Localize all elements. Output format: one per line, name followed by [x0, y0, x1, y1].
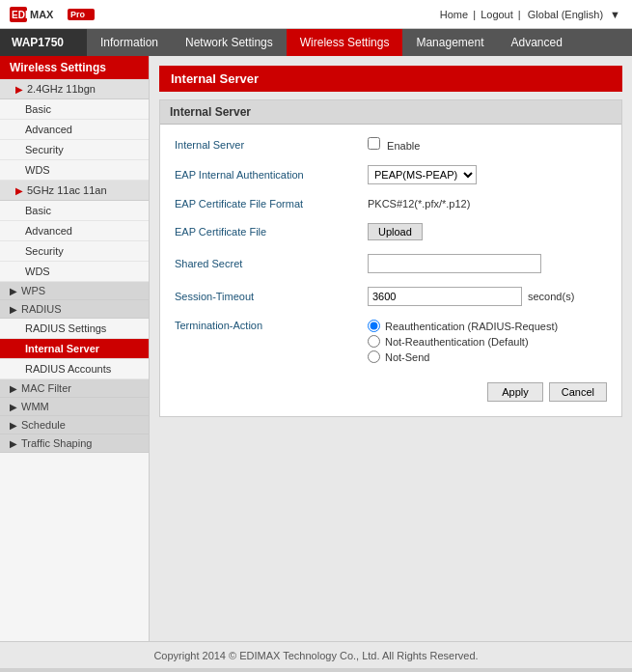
session-timeout-label: Session-Timeout	[175, 291, 368, 302]
radius-label: RADIUS	[21, 303, 62, 315]
nav-information[interactable]: Information	[87, 29, 172, 56]
nav-network-settings[interactable]: Network Settings	[172, 29, 287, 56]
logo-svg: EDI MAX Pro	[10, 4, 96, 25]
eap-cert-file-label: EAP Certificate File	[175, 226, 368, 238]
sidebar-section-wps[interactable]: ▶ WPS	[0, 282, 149, 300]
top-links: Home | Logout | Global (English) ▼	[440, 9, 622, 20]
termination-value: Reauthentication (RADIUS-Request) Not-Re…	[368, 320, 607, 363]
termination-label-3: Not-Send	[385, 351, 429, 363]
sidebar-section-traffic-shaping[interactable]: ▶ Traffic Shaping	[0, 434, 149, 453]
sidebar-title: Wireless Settings	[0, 56, 149, 79]
termination-radio-group: Reauthentication (RADIUS-Request) Not-Re…	[368, 320, 607, 363]
enable-checkbox[interactable]	[368, 137, 380, 150]
eap-cert-file-value: Upload	[368, 223, 607, 240]
internal-server-label: Internal Server	[175, 139, 368, 151]
eap-cert-format-label: EAP Certificate File Format	[175, 198, 368, 210]
upload-button[interactable]: Upload	[368, 223, 423, 240]
session-timeout-unit: second(s)	[528, 291, 574, 302]
wmm-label: WMM	[21, 401, 49, 412]
arrow-icon-wps: ▶	[10, 286, 17, 296]
sep2: |	[518, 9, 521, 20]
arrow-icon-radius: ▶	[10, 304, 17, 315]
shared-secret-value	[368, 254, 607, 273]
top-bar: EDI MAX Pro Home | Logout | Global (Engl…	[0, 0, 632, 29]
footer: Copyright 2014 © EDIMAX Technology Co., …	[0, 641, 632, 668]
sidebar-item-radius-settings[interactable]: RADIUS Settings	[0, 319, 149, 339]
schedule-label: Schedule	[21, 419, 66, 431]
eap-internal-value: PEAP(MS-PEAP)	[368, 165, 607, 184]
sidebar-item-24-basic[interactable]: Basic	[0, 99, 149, 120]
termination-label: Termination-Action	[175, 320, 368, 331]
cancel-button[interactable]: Cancel	[549, 382, 607, 402]
main-layout: Wireless Settings ▶ 2.4GHz 11bgn Basic A…	[0, 56, 632, 641]
enable-text: Enable	[387, 140, 420, 152]
sidebar-item-radius-accounts[interactable]: RADIUS Accounts	[0, 359, 149, 379]
internal-server-panel: Internal Server Internal Server Enable E…	[159, 99, 622, 417]
nav-bar: WAP1750 Information Network Settings Wir…	[0, 29, 632, 56]
svg-text:Pro: Pro	[70, 10, 86, 19]
sidebar-item-5-advanced[interactable]: Advanced	[0, 221, 149, 241]
group-label-5ghz: 5GHz 11ac 11an	[27, 184, 107, 196]
button-row: Apply Cancel	[175, 378, 607, 406]
sep1: |	[473, 9, 476, 20]
footer-text: Copyright 2014 © EDIMAX Technology Co., …	[153, 650, 478, 661]
sidebar-item-24-security[interactable]: Security	[0, 140, 149, 160]
form-row-eap-cert-format: EAP Certificate File Format PKCS#12(*.pf…	[175, 195, 607, 212]
logo: EDI MAX Pro	[10, 4, 96, 25]
sidebar-item-internal-server[interactable]: Internal Server	[0, 339, 149, 359]
sidebar-item-5-basic[interactable]: Basic	[0, 201, 149, 221]
sidebar-item-24-advanced[interactable]: Advanced	[0, 120, 149, 140]
device-name: WAP1750	[0, 29, 87, 56]
shared-secret-input[interactable]	[368, 254, 541, 273]
lang-arrow: ▼	[610, 9, 620, 20]
eap-cert-format-value: PKCS#12(*.pfx/*.p12)	[368, 198, 607, 210]
form-row-internal-server: Internal Server Enable	[175, 134, 607, 154]
sidebar: Wireless Settings ▶ 2.4GHz 11bgn Basic A…	[0, 56, 150, 641]
sidebar-section-schedule[interactable]: ▶ Schedule	[0, 416, 149, 434]
home-link[interactable]: Home	[440, 9, 468, 20]
nav-wireless-settings[interactable]: Wireless Settings	[287, 29, 403, 56]
group-label-24ghz: 2.4GHz 11bgn	[27, 83, 96, 95]
apply-button[interactable]: Apply	[487, 382, 543, 402]
internal-server-value: Enable	[368, 137, 607, 152]
page-title: Internal Server	[159, 66, 622, 92]
sidebar-group-header-24ghz[interactable]: ▶ 2.4GHz 11bgn	[0, 79, 149, 99]
sidebar-item-5-security[interactable]: Security	[0, 241, 149, 262]
termination-radio-3[interactable]	[368, 350, 380, 363]
termination-option-1: Reauthentication (RADIUS-Request)	[368, 320, 607, 332]
termination-option-2: Not-Reauthentication (Default)	[368, 335, 607, 348]
sidebar-section-wmm[interactable]: ▶ WMM	[0, 398, 149, 416]
panel-header: Internal Server	[160, 100, 621, 125]
arrow-icon: ▶	[15, 84, 23, 95]
form-row-shared-secret: Shared Secret	[175, 251, 607, 276]
content: Internal Server Internal Server Internal…	[150, 56, 632, 641]
sidebar-section-radius[interactable]: ▶ RADIUS	[0, 300, 149, 319]
form-row-eap-cert-file: EAP Certificate File Upload	[175, 220, 607, 243]
arrow-icon-schedule: ▶	[10, 420, 17, 431]
arrow-icon-5g: ▶	[15, 185, 23, 196]
termination-option-3: Not-Send	[368, 350, 607, 363]
nav-management[interactable]: Management	[402, 29, 497, 56]
eap-internal-label: EAP Internal Authentication	[175, 169, 368, 181]
sidebar-item-5-wds[interactable]: WDS	[0, 262, 149, 282]
form-row-session-timeout: Session-Timeout second(s)	[175, 284, 607, 309]
logout-link[interactable]: Logout	[481, 9, 513, 20]
eap-internal-select[interactable]: PEAP(MS-PEAP)	[368, 165, 477, 184]
shared-secret-label: Shared Secret	[175, 258, 368, 269]
termination-label-2: Not-Reauthentication (Default)	[385, 336, 529, 348]
session-timeout-value: second(s)	[368, 287, 607, 306]
sidebar-section-mac-filter[interactable]: ▶ MAC Filter	[0, 379, 149, 398]
wps-label: WPS	[21, 285, 45, 296]
nav-advanced[interactable]: Advanced	[497, 29, 575, 56]
sidebar-group-24ghz: ▶ 2.4GHz 11bgn Basic Advanced Security W…	[0, 79, 149, 181]
traffic-shaping-label: Traffic Shaping	[21, 437, 92, 449]
sidebar-group-5ghz: ▶ 5GHz 11ac 11an Basic Advanced Security…	[0, 181, 149, 282]
termination-label-1: Reauthentication (RADIUS-Request)	[385, 321, 558, 332]
termination-radio-2[interactable]	[368, 335, 380, 348]
session-timeout-input[interactable]	[368, 287, 522, 306]
sidebar-group-header-5ghz[interactable]: ▶ 5GHz 11ac 11an	[0, 181, 149, 201]
lang-selector[interactable]: Global (English)	[528, 9, 603, 20]
sidebar-item-24-wds[interactable]: WDS	[0, 160, 149, 181]
termination-radio-1[interactable]	[368, 320, 380, 332]
arrow-icon-mac: ▶	[10, 383, 17, 394]
